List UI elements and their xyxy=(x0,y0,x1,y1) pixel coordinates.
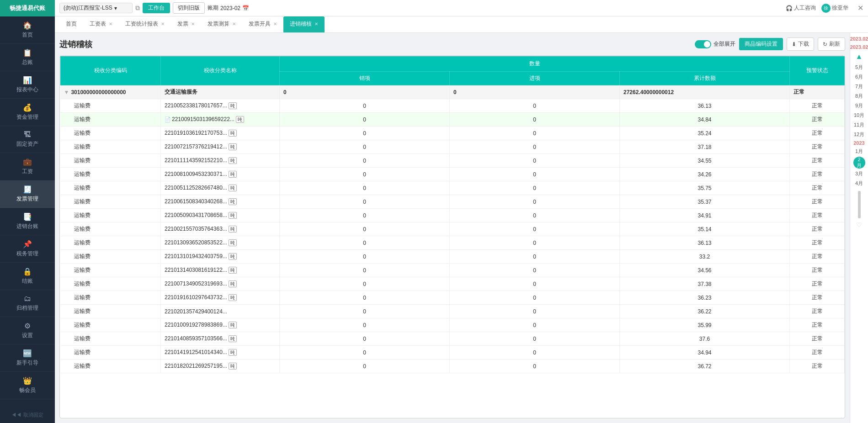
month-item-5月[interactable]: 5月 xyxy=(852,63,867,72)
item-code-cell: 2210131019432403759...吨 xyxy=(161,250,280,264)
tab-sales-check[interactable]: 进销稽核 ✕ xyxy=(283,16,325,32)
month-item-3月[interactable]: 3月 xyxy=(852,169,867,179)
item-status-cell: 正常 xyxy=(790,168,845,181)
month-item-11月[interactable]: 11月 xyxy=(852,120,867,130)
sidebar-item-label: 畅会员 xyxy=(19,386,36,394)
unpin-button[interactable]: ◀◀ 取消固定 xyxy=(0,407,55,423)
item-code-cell: 2210051125282667480...吨 xyxy=(161,181,280,195)
month-item-1月[interactable]: 1月 xyxy=(852,147,867,156)
item-name-cell: 运输费 xyxy=(60,346,161,360)
col-leiji-header: 累计数额 xyxy=(620,72,790,85)
item-leiji-cell: 35.24 xyxy=(620,127,790,140)
refresh-button[interactable]: ↻ 刷新 xyxy=(818,37,845,51)
copy-icon[interactable]: ⧉ xyxy=(135,4,140,12)
content-area: 进销稽核 全部展开 商品编码设置 ⬇ 下载 ↻ 刷新 xyxy=(55,33,868,423)
sidebar-item-label: 首页 xyxy=(22,31,33,39)
sidebar-item-sales-ledger[interactable]: 📑 进销台账 xyxy=(0,208,55,235)
month-item-7月[interactable]: 7月 xyxy=(852,82,867,91)
panel-up-arrow[interactable]: ▲ xyxy=(855,52,864,62)
tab-close-sales-check[interactable]: ✕ xyxy=(314,21,318,26)
item-xiao-cell: 0 xyxy=(280,236,450,250)
page: 进销稽核 全部展开 商品编码设置 ⬇ 下载 ↻ 刷新 xyxy=(55,33,850,423)
sidebar-item-guide[interactable]: 🆕 新手引导 xyxy=(0,344,55,372)
period-display: 账期 2023-02 📅 xyxy=(208,4,249,12)
item-jin-cell: 0 xyxy=(450,168,620,181)
month-item-12月[interactable]: 12月 xyxy=(852,130,867,139)
item-name-cell: 运输费 xyxy=(60,222,161,236)
service-link[interactable]: 🎧 人工咨询 xyxy=(786,4,816,12)
item-jin-cell: 0 xyxy=(450,195,620,209)
month-item-9月[interactable]: 9月 xyxy=(852,101,867,111)
month-item-6月[interactable]: 6月 xyxy=(852,72,867,82)
item-name-cell: 运输费 xyxy=(60,209,161,222)
sidebar-item-label: 资金管理 xyxy=(16,113,38,121)
sidebar-item-invoice[interactable]: 🧾 发票管理 xyxy=(0,180,55,208)
month-item-2月[interactable]: 2月 xyxy=(853,157,865,169)
item-jin-cell: 0 xyxy=(450,305,620,318)
calendar-icon[interactable]: 📅 xyxy=(242,5,249,11)
scroll-indicator xyxy=(858,191,861,218)
sidebar-item-funds[interactable]: 💰 资金管理 xyxy=(0,99,55,126)
sidebar-item-settings[interactable]: ⚙ 设置 xyxy=(0,317,55,344)
sidebar-item-salary[interactable]: 💼 工资 xyxy=(0,153,55,180)
item-status-cell: 正常 xyxy=(790,291,845,305)
tab-home[interactable]: 首页 xyxy=(59,16,83,32)
item-code-cell: 2210100919278983869...吨 xyxy=(161,318,280,332)
main-table-wrap: 税收分类编码 税收分类名称 数量 预警状态 销项 进项 累计数额 xyxy=(59,55,845,418)
item-status-cell: 正常 xyxy=(790,222,845,236)
dropdown-icon: ▾ xyxy=(114,5,117,11)
sidebar-item-assets[interactable]: 🏗 固定资产 xyxy=(0,126,55,153)
switch-version-button[interactable]: 切到旧版 xyxy=(173,2,205,14)
item-jin-cell: 0 xyxy=(450,113,620,127)
company-name: (勿动)江西报宝-LSS xyxy=(64,4,112,12)
item-status-cell: 正常 xyxy=(790,140,845,154)
item-leiji-cell: 34.26 xyxy=(620,168,790,181)
tab-close-invoice[interactable]: ✕ xyxy=(191,21,195,26)
sidebar-item-label: 新手引导 xyxy=(16,359,38,367)
sidebar-item-home[interactable]: 🏠 首页 xyxy=(0,16,55,44)
item-name-cell: 运输费 xyxy=(60,181,161,195)
sidebar-item-member[interactable]: 👑 畅会员 xyxy=(0,372,55,399)
item-name-cell: 运输费 xyxy=(60,99,161,113)
item-xiao-cell: 0 xyxy=(280,277,450,291)
assets-icon: 🏗 xyxy=(24,131,31,139)
item-code-cell: 2210201357429400124... xyxy=(161,305,280,318)
pin-icon: ◀◀ xyxy=(11,412,21,418)
workbench-button[interactable]: 工作台 xyxy=(143,3,170,13)
tab-salary-stats[interactable]: 工资统计报表 ✕ xyxy=(119,16,171,32)
tab-close-invoice-calc[interactable]: ✕ xyxy=(232,21,236,26)
sidebar-item-archive[interactable]: 🗂 归档管理 xyxy=(0,290,55,317)
heart-icon[interactable]: ♡ xyxy=(856,221,862,228)
col-tax-code-header: 税收分类编码 xyxy=(60,56,161,85)
guide-icon: 🆕 xyxy=(23,349,32,358)
expand-toggle[interactable] xyxy=(695,40,711,48)
settings-button[interactable]: 商品编码设置 xyxy=(739,38,783,50)
month-item-10月[interactable]: 10月 xyxy=(852,111,867,120)
company-selector[interactable]: (勿动)江西报宝-LSS ▾ xyxy=(59,3,133,13)
tab-salary-table[interactable]: 工资表 ✕ xyxy=(83,16,119,32)
sidebar-item-ledger[interactable]: 📋 总账 xyxy=(0,44,55,71)
tab-close-salary-stats[interactable]: ✕ xyxy=(161,21,165,26)
item-leiji-cell: 35.75 xyxy=(620,181,790,195)
sidebar-item-tax[interactable]: 📌 税务管理 xyxy=(0,235,55,263)
tab-close-salary-table[interactable]: ✕ xyxy=(109,21,112,26)
sidebar-item-reports[interactable]: 📊 报表中心 xyxy=(0,71,55,99)
item-name-cell: 运输费 xyxy=(60,360,161,373)
archive-icon: 🗂 xyxy=(24,295,31,303)
sidebar-item-closing[interactable]: 🔒 结账 xyxy=(0,263,55,290)
tab-invoice[interactable]: 发票 ✕ xyxy=(171,16,201,32)
item-name-cell: 运输费 xyxy=(60,154,161,168)
group-name-cell: 交通运输服务 xyxy=(161,85,280,99)
tab-invoice-calc[interactable]: 发票测算 ✕ xyxy=(201,16,242,32)
download-button[interactable]: ⬇ 下载 xyxy=(787,37,814,51)
group-leiji-cell: 27262.40000000012 xyxy=(620,85,790,99)
item-leiji-cell: 36.22 xyxy=(620,305,790,318)
item-jin-cell: 0 xyxy=(450,140,620,154)
tab-close-invoice-open[interactable]: ✕ xyxy=(273,21,277,26)
item-jin-cell: 0 xyxy=(450,181,620,195)
user-avatar: 徐 xyxy=(821,4,831,13)
month-item-4月[interactable]: 4月 xyxy=(852,179,867,188)
tab-invoice-open[interactable]: 发票开具 ✕ xyxy=(242,16,283,32)
close-button[interactable]: ✕ xyxy=(857,4,863,12)
month-item-8月[interactable]: 8月 xyxy=(852,91,867,101)
